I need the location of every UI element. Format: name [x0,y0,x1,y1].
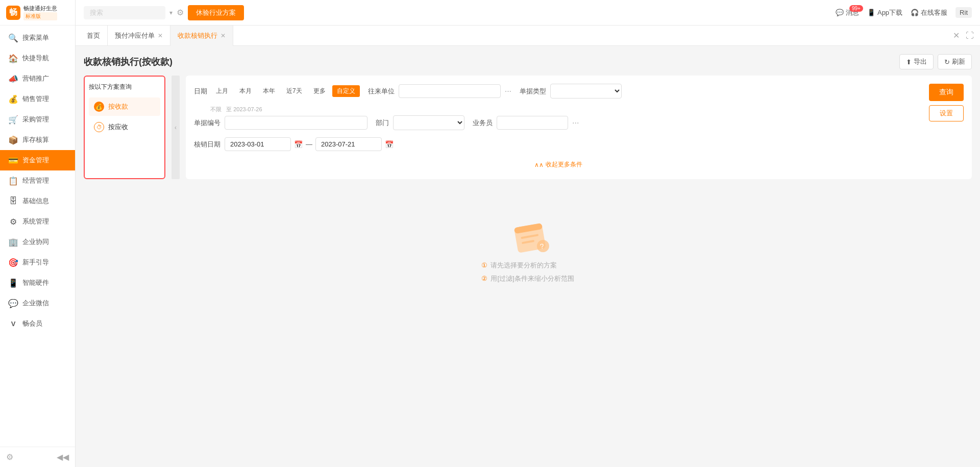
industry-solution-button[interactable]: 休验行业方案 [188,5,244,20]
topbar-left: 搜索 ▾ ⚙ 休验行业方案 [84,5,244,20]
page-actions: ⬆ 导出 ↻ 刷新 [899,54,972,69]
sidebar: 畅 畅捷通好生意 标准版 🔍 搜索菜单 🏠 快捷导航 📣 营销推广 💰 销售管理… [0,0,76,467]
wechat-icon: 💬 [8,298,18,308]
sidebar-item-wechat[interactable]: 💬 企业微信 [0,293,75,313]
query-button[interactable]: 查询 [929,84,964,101]
chevron-down-icon[interactable]: ▾ [169,9,173,16]
calendar-start-icon[interactable]: 📅 [294,140,303,149]
doctype-label: 单据类型 [520,87,546,96]
tab-prepay[interactable]: 预付冲应付单 ✕ [108,26,170,46]
tab-label: 预付冲应付单 [115,31,155,40]
search-menu-icon: 🔍 [8,33,18,43]
sidebar-item-marketing[interactable]: 📣 营销推广 [0,68,75,89]
sidebar-item-finance[interactable]: 💳 资金管理 [0,150,75,170]
maximize-icon[interactable]: ⛶ [964,29,976,42]
sidebar-item-business[interactable]: 📋 经营管理 [0,170,75,191]
sidebar-item-search[interactable]: 🔍 搜索菜单 [0,28,75,48]
this-year-btn[interactable]: 本年 [258,85,280,97]
empty-hint-1: ① 请先选择要分析的方案 [481,259,574,272]
doctype-select[interactable] [550,84,622,99]
filter-item-dept: 部门 [376,115,464,130]
tab-label: 首页 [87,31,100,40]
tab-close-icon[interactable]: ✕ [220,32,226,39]
staff-more-icon[interactable]: ··· [572,118,579,128]
verify-date-end[interactable] [315,137,382,151]
tab-home[interactable]: 首页 [80,26,108,46]
filter-option-label: 按收款 [108,102,128,111]
business-icon: 📋 [8,176,18,186]
receipt-icon: 💰 [94,102,104,112]
online-service-button[interactable]: 🎧 在线客服 [911,8,947,17]
refresh-label: 刷新 [952,57,965,66]
sidebar-item-member[interactable]: V 畅会员 [0,313,75,334]
partner-input[interactable] [399,84,501,98]
sidebar-item-label: 资金管理 [22,156,49,165]
message-badge: 99+ [849,5,863,12]
filter-item-partner: 往来单位 ··· [368,84,511,98]
filter-right-panel: 日期 上月 本月 本年 近7天 更多 自定义 [186,76,972,179]
dept-select[interactable] [393,115,464,130]
tab-close-icon[interactable]: ✕ [158,32,163,39]
export-button[interactable]: ⬆ 导出 [899,54,934,69]
settings-icon[interactable]: ⚙ [6,452,13,462]
more-date-btn[interactable]: 更多 [309,85,330,97]
member-icon: V [8,318,18,329]
filter-left-panel: 按以下方案查询 💰 按收款 ⏱ 按应收 [84,76,165,179]
verify-date-start[interactable] [225,137,291,151]
custom-date-btn[interactable]: 自定义 [332,85,360,97]
verify-date-range: 📅 — 📅 [225,137,394,151]
sidebar-item-purchase[interactable]: 🛒 采购管理 [0,109,75,130]
calendar-end-icon[interactable]: 📅 [385,140,394,149]
refresh-icon: ↻ [944,58,950,66]
tabbar: 首页 预付冲应付单 ✕ 收款核销执行 ✕ ✕ ⛶ [76,26,980,46]
sidebar-item-label: 营销推广 [22,74,49,83]
partner-more-icon[interactable]: ··· [505,87,511,96]
sidebar-item-system[interactable]: ⚙ 系统管理 [0,211,75,232]
export-label: 导出 [914,57,927,66]
refresh-button[interactable]: ↻ 刷新 [938,54,972,69]
this-month-btn[interactable]: 本月 [235,85,256,97]
sidebar-item-sales[interactable]: 💰 销售管理 [0,89,75,109]
hint-text-1: 请先选择要分析的方案 [491,259,557,272]
step-num-1: ① [481,259,487,272]
filter-panel-collapse-btn[interactable]: ‹ [172,76,180,179]
message-button[interactable]: 💬 消息 99+ [836,8,859,17]
sidebar-item-basicinfo[interactable]: 🗄 基础信息 [0,191,75,211]
sidebar-item-hardware[interactable]: 📱 智能硬件 [0,273,75,293]
message-icon: 💬 [836,9,844,16]
sidebar-item-collab[interactable]: 🏢 企业协同 [0,232,75,252]
filter-actions: 查询 设置 [929,84,964,171]
filter-option-by-receivable[interactable]: ⏱ 按应收 [89,118,160,136]
staff-input[interactable] [497,116,568,130]
filter-row-date: 日期 上月 本月 本年 近7天 更多 自定义 [194,84,923,99]
empty-hint-2: ② 用[过滤]条件来缩小分析范围 [481,272,574,285]
last-month-btn[interactable]: 上月 [211,85,233,97]
sales-icon: 💰 [8,94,18,104]
date-to-text: 至 2023-07-26 [226,106,262,112]
collapse-more-btn[interactable]: ∧∧ 收起更多条件 [528,158,589,171]
collapse-sidebar-icon[interactable]: ◀◀ [57,452,69,462]
filter-option-by-receipt[interactable]: 💰 按收款 [89,97,160,116]
close-tab-icon[interactable]: ✕ [951,29,962,42]
last-7days-btn[interactable]: 近7天 [282,85,307,97]
step-num-2: ② [481,272,487,285]
main-area: 搜索 ▾ ⚙ 休验行业方案 💬 消息 99+ 📱 App下载 🎧 在线客服 Ri… [76,0,980,467]
sidebar-item-guide[interactable]: 🎯 新手引导 [0,252,75,273]
filter-container: 按以下方案查询 💰 按收款 ⏱ 按应收 ‹ [84,76,972,179]
marketing-icon: 📣 [8,73,18,84]
purchase-icon: 🛒 [8,114,18,125]
sidebar-item-label: 搜索菜单 [22,33,49,42]
phone-icon: 📱 [867,9,875,16]
sidebar-item-inventory[interactable]: 📦 库存核算 [0,130,75,150]
logo-area: 畅 畅捷通好生意 标准版 [0,0,75,26]
page-title: 收款核销执行(按收款) [84,56,173,68]
topbar-gear-icon[interactable]: ⚙ [177,8,184,17]
tab-receipt-verify[interactable]: 收款核销执行 ✕ [170,26,233,46]
app-download-button[interactable]: 📱 App下载 [867,8,902,17]
sidebar-item-quicknav[interactable]: 🏠 快捷导航 [0,48,75,68]
docnumber-input[interactable] [225,116,368,130]
filter-item-verifydate: 核销日期 📅 — 📅 [194,137,394,151]
user-account[interactable]: Rit [955,7,972,18]
settings-button[interactable]: 设置 [929,105,964,121]
page-header: 收款核销执行(按收款) ⬆ 导出 ↻ 刷新 [84,54,972,69]
